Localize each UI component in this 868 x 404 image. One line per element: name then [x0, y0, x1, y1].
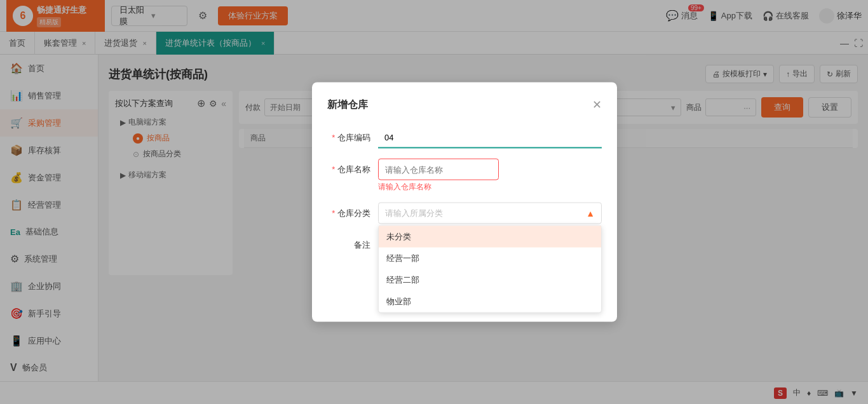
warehouse-code-row: * 仓库编码 — [327, 127, 602, 149]
warehouse-category-dropdown[interactable]: 请输入所属分类 ▲ — [378, 203, 602, 224]
modal-header: 新增仓库 ✕ — [327, 98, 602, 112]
add-warehouse-modal: 新增仓库 ✕ * 仓库编码 * 仓库名称 请输入仓库名称 * 仓库分类 请输入所… — [312, 83, 617, 322]
warehouse-name-label: * 仓库名称 — [327, 159, 378, 175]
warehouse-name-error: 请输入仓库名称 — [378, 182, 602, 192]
dropdown-item-uncategorized[interactable]: 未分类 — [379, 226, 601, 248]
warehouse-category-wrapper: 请输入所属分类 ▲ 未分类 经营一部 经营二部 物业部 — [378, 203, 602, 224]
dropdown-item-property[interactable]: 物业部 — [379, 291, 601, 313]
dropdown-item-ops1[interactable]: 经营一部 — [379, 248, 601, 269]
warehouse-code-input[interactable] — [378, 127, 602, 149]
warehouse-category-row: * 仓库分类 请输入所属分类 ▲ 未分类 经营一部 经营二部 物业部 — [327, 203, 602, 224]
dropdown-item-ops2[interactable]: 经营二部 — [379, 269, 601, 291]
warehouse-code-label: * 仓库编码 — [327, 127, 378, 144]
warehouse-name-input[interactable] — [378, 159, 499, 180]
warehouse-name-wrapper: 请输入仓库名称 — [378, 159, 602, 192]
warehouse-category-label: * 仓库分类 — [327, 203, 378, 219]
modal-close-button[interactable]: ✕ — [592, 98, 602, 112]
modal-title: 新增仓库 — [327, 98, 368, 111]
warehouse-name-row: * 仓库名称 请输入仓库名称 — [327, 159, 602, 192]
warehouse-note-label: 备注 — [327, 234, 378, 251]
category-dropdown-menu: 未分类 经营一部 经营二部 物业部 — [378, 226, 602, 313]
dropdown-up-arrow-icon: ▲ — [586, 208, 595, 219]
